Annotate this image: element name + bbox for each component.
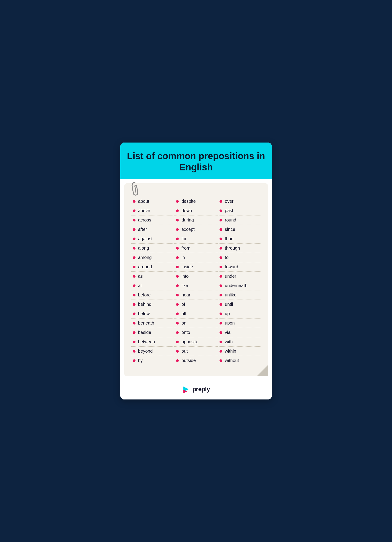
list-item: unlike bbox=[218, 290, 261, 300]
bullet-icon bbox=[133, 359, 136, 362]
list-item: off bbox=[174, 309, 218, 319]
bullet-icon bbox=[133, 200, 136, 203]
list-item: among bbox=[131, 253, 175, 262]
list-item: along bbox=[131, 244, 175, 253]
list-item: below bbox=[131, 309, 175, 319]
preposition-word: until bbox=[225, 302, 233, 307]
bullet-icon bbox=[219, 275, 222, 278]
column-2: despitedownduringexceptforfromininsidein… bbox=[174, 197, 218, 365]
list-item: past bbox=[218, 206, 261, 216]
preply-logo: preply bbox=[182, 385, 210, 393]
bullet-icon bbox=[219, 350, 222, 353]
preposition-word: around bbox=[138, 264, 152, 269]
list-item: under bbox=[218, 272, 261, 281]
preposition-word: down bbox=[181, 208, 192, 213]
bullet-icon bbox=[176, 209, 179, 212]
prepositions-grid: aboutaboveacrossafteragainstalongamongar… bbox=[131, 197, 261, 365]
list-item: beyond bbox=[131, 347, 175, 356]
preposition-word: to bbox=[225, 255, 229, 260]
bullet-icon bbox=[176, 247, 179, 249]
bullet-icon bbox=[219, 228, 222, 231]
preposition-word: unlike bbox=[225, 293, 236, 298]
preposition-word: behind bbox=[138, 302, 152, 307]
list-item: at bbox=[131, 281, 175, 290]
bullet-icon bbox=[219, 238, 222, 240]
preposition-word: on bbox=[181, 320, 186, 326]
preposition-word: across bbox=[138, 217, 151, 222]
preposition-word: inside bbox=[181, 264, 193, 269]
bullet-icon bbox=[133, 331, 136, 334]
list-item: with bbox=[218, 337, 261, 347]
bullet-icon bbox=[133, 228, 136, 231]
list-item: beside bbox=[131, 328, 175, 337]
list-item: across bbox=[131, 216, 175, 225]
list-item: underneath bbox=[218, 281, 261, 290]
preposition-word: onto bbox=[181, 330, 190, 335]
list-item: despite bbox=[174, 197, 218, 206]
preposition-word: against bbox=[138, 236, 153, 241]
list-item: outside bbox=[174, 356, 218, 365]
preposition-word: after bbox=[138, 227, 147, 232]
list-item: inside bbox=[174, 262, 218, 272]
list-item: during bbox=[174, 216, 218, 225]
preposition-word: over bbox=[225, 199, 233, 204]
preposition-word: above bbox=[138, 208, 150, 213]
list-item: between bbox=[131, 337, 175, 347]
bullet-icon bbox=[176, 341, 179, 343]
bullet-icon bbox=[219, 303, 222, 306]
list-item: except bbox=[174, 225, 218, 234]
column-1: aboutaboveacrossafteragainstalongamongar… bbox=[131, 197, 175, 365]
list-item: than bbox=[218, 234, 261, 244]
preposition-word: toward bbox=[225, 264, 238, 269]
list-item: since bbox=[218, 225, 261, 234]
preposition-word: without bbox=[225, 358, 239, 363]
bullet-icon bbox=[219, 266, 222, 268]
bullet-icon bbox=[133, 275, 136, 278]
column-3: overpastroundsincethanthroughtotowardund… bbox=[218, 197, 261, 365]
preposition-word: about bbox=[138, 199, 149, 204]
brand-name: preply bbox=[192, 386, 210, 393]
preposition-word: than bbox=[225, 236, 233, 241]
bullet-icon bbox=[176, 200, 179, 203]
preposition-word: by bbox=[138, 358, 143, 363]
preposition-word: with bbox=[225, 339, 233, 344]
bullet-icon bbox=[133, 322, 136, 325]
list-item: for bbox=[174, 234, 218, 244]
list-item: beneath bbox=[131, 319, 175, 328]
bullet-icon bbox=[176, 275, 179, 278]
preposition-word: via bbox=[225, 330, 231, 335]
bullet-icon bbox=[176, 266, 179, 268]
list-item: in bbox=[174, 253, 218, 262]
corner-fold bbox=[257, 365, 268, 376]
bullet-icon bbox=[176, 350, 179, 353]
bullet-icon bbox=[219, 200, 222, 203]
list-item: from bbox=[174, 244, 218, 253]
list-item: before bbox=[131, 290, 175, 300]
preposition-word: within bbox=[225, 349, 236, 354]
list-item: around bbox=[131, 262, 175, 272]
bullet-icon bbox=[176, 256, 179, 259]
bullet-icon bbox=[176, 313, 179, 315]
list-item: to bbox=[218, 253, 261, 262]
card-body: aboutaboveacrossafteragainstalongamongar… bbox=[124, 183, 268, 376]
preposition-word: past bbox=[225, 208, 233, 213]
preposition-word: out bbox=[181, 349, 188, 354]
bullet-icon bbox=[219, 247, 222, 249]
bullet-icon bbox=[133, 313, 136, 315]
bullet-icon bbox=[176, 284, 179, 287]
preposition-word: upon bbox=[225, 320, 235, 326]
preply-icon bbox=[182, 385, 190, 393]
list-item: over bbox=[218, 197, 261, 206]
bullet-icon bbox=[176, 322, 179, 325]
preposition-word: in bbox=[181, 255, 185, 260]
card-header: List of common prepositions in English bbox=[120, 142, 272, 179]
list-item: by bbox=[131, 356, 175, 365]
bullet-icon bbox=[133, 209, 136, 212]
preposition-word: from bbox=[181, 246, 190, 251]
bullet-icon bbox=[219, 331, 222, 334]
list-item: out bbox=[174, 347, 218, 356]
bullet-icon bbox=[219, 294, 222, 296]
list-item: round bbox=[218, 216, 261, 225]
bullet-icon bbox=[133, 219, 136, 222]
list-item: toward bbox=[218, 262, 261, 272]
